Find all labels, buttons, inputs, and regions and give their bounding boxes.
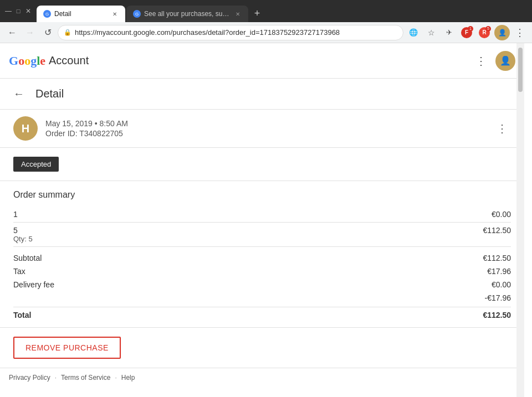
profile-avatar-toolbar[interactable]: 👤	[494, 25, 510, 40]
detail-title: Detail	[35, 87, 64, 100]
google-logo: Google	[9, 54, 45, 68]
line-item-2-value: €112.50	[483, 226, 511, 243]
delivery-fee-line: Delivery fee €0.00	[13, 278, 511, 291]
address-bar: ← → ↺ 🔒 https://myaccount.google.com/pur…	[0, 22, 532, 43]
menu-icon-toolbar[interactable]: ⋮	[512, 25, 528, 40]
total-line: Total €112.50	[13, 307, 511, 323]
status-section: Accepted	[0, 148, 524, 181]
extension-icon-1[interactable]: ✈	[441, 25, 457, 40]
maximize-btn[interactable]: □	[14, 7, 22, 15]
logo-o1: o	[18, 54, 24, 68]
terms-of-service-link[interactable]: Terms of Service	[61, 374, 110, 381]
scrollbar[interactable]	[516, 43, 524, 397]
delivery-fee-value: €0.00	[492, 280, 511, 289]
bookmark-icon[interactable]: ☆	[423, 25, 439, 40]
tax-label: Tax	[13, 267, 25, 276]
tab-purchases-close[interactable]: ✕	[234, 10, 242, 18]
tab-purchases[interactable]: G See all your purchases, subscript… ✕	[126, 6, 248, 22]
privacy-policy-link[interactable]: Privacy Policy	[9, 374, 50, 381]
google-header: Google Account ⋮ 👤	[0, 43, 524, 79]
total-value: €112.50	[483, 311, 511, 319]
scrollbar-thumb[interactable]	[518, 48, 523, 92]
lock-icon: 🔒	[64, 29, 71, 36]
browser-chrome: — □ ✕ G Detail ✕ G See all your purchase…	[0, 0, 532, 22]
forward-nav-btn[interactable]: →	[22, 25, 38, 40]
window-controls: — □ ✕	[4, 0, 32, 22]
line-item-2-left: 5 Qty: 5	[13, 226, 33, 243]
tax-line: Tax €17.96	[13, 265, 511, 278]
new-tab-button[interactable]: +	[249, 6, 265, 21]
footer-dot-2: ·	[115, 374, 116, 381]
logo-o2: o	[24, 54, 30, 68]
line-item-1-label: 1	[13, 210, 18, 219]
line-item-2-sublabel: Qty: 5	[13, 235, 33, 243]
url-text: https://myaccount.google.com/purchases/d…	[75, 28, 340, 37]
extension-icon-2[interactable]: F 1	[459, 25, 474, 40]
delivery-fee-label: Delivery fee	[13, 280, 54, 289]
header-menu-btn[interactable]: ⋮	[471, 51, 491, 71]
tax-value: €17.96	[487, 267, 511, 276]
order-info-left: H May 15, 2019 • 8:50 AM Order ID: T3408…	[13, 116, 128, 141]
order-action-btn[interactable]: ⋮	[493, 120, 511, 137]
order-summary-title: Order summary	[13, 190, 511, 200]
tab-purchases-title: See all your purchases, subscript…	[144, 10, 231, 18]
tab-detail[interactable]: G Detail ✕	[37, 6, 125, 22]
subtotal-label: Subtotal	[13, 254, 42, 262]
minimize-btn[interactable]: —	[4, 7, 12, 15]
url-bar[interactable]: 🔒 https://myaccount.google.com/purchases…	[58, 25, 403, 40]
logo-e: e	[40, 54, 45, 68]
translate-icon[interactable]: 🌐	[406, 25, 421, 40]
detail-page-header: ← Detail	[0, 79, 524, 110]
order-icon: H	[13, 116, 38, 141]
line-item-2-label: 5	[13, 226, 33, 235]
page-wrapper: Google Account ⋮ 👤 ← Detail H May 15, 20…	[0, 43, 524, 397]
tab-detail-title: Detail	[54, 10, 108, 18]
order-id: Order ID: T340822705	[45, 129, 128, 138]
order-date: May 15, 2019 • 8:50 AM	[45, 119, 128, 128]
extension-icon-3[interactable]: R 5	[477, 25, 492, 40]
total-label: Total	[13, 311, 31, 319]
subtotal-value: €112.50	[483, 254, 511, 262]
tab-purchases-favicon: G	[133, 10, 141, 18]
tab-detail-close[interactable]: ✕	[111, 10, 119, 18]
account-label: Account	[49, 54, 89, 67]
reload-btn[interactable]: ↺	[40, 25, 55, 40]
discount-value: -€17.96	[485, 293, 511, 302]
logo-g: G	[9, 54, 18, 68]
discount-line: -€17.96	[13, 291, 511, 305]
detail-back-btn[interactable]: ←	[9, 84, 29, 104]
footer-dot-1: ·	[55, 374, 57, 381]
line-item-1: 1 €0.00	[13, 207, 511, 223]
accepted-badge: Accepted	[13, 157, 59, 172]
header-right: ⋮ 👤	[471, 51, 515, 71]
help-link[interactable]: Help	[121, 374, 135, 381]
back-nav-btn[interactable]: ←	[4, 25, 20, 40]
line-item-2: 5 Qty: 5 €112.50	[13, 223, 511, 247]
close-btn[interactable]: ✕	[24, 7, 32, 15]
order-info-bar: H May 15, 2019 • 8:50 AM Order ID: T3408…	[0, 110, 524, 148]
subtotal-line: Subtotal €112.50	[13, 251, 511, 265]
google-logo-area: Google Account	[9, 54, 89, 68]
header-avatar[interactable]: 👤	[495, 51, 515, 71]
totals-section: Subtotal €112.50 Tax €17.96 Delivery fee…	[13, 247, 511, 323]
page-footer: Privacy Policy · Terms of Service · Help	[0, 368, 524, 387]
remove-purchase-button[interactable]: REMOVE PURCHASE	[13, 337, 121, 359]
remove-section: REMOVE PURCHASE	[0, 328, 524, 368]
order-meta: May 15, 2019 • 8:50 AM Order ID: T340822…	[45, 119, 128, 138]
order-summary: Order summary 1 €0.00 5 Qty: 5 €112.50 S…	[0, 181, 524, 328]
line-item-1-value: €0.00	[492, 210, 511, 219]
tab-detail-favicon: G	[43, 10, 51, 18]
logo-g2: g	[30, 54, 37, 68]
